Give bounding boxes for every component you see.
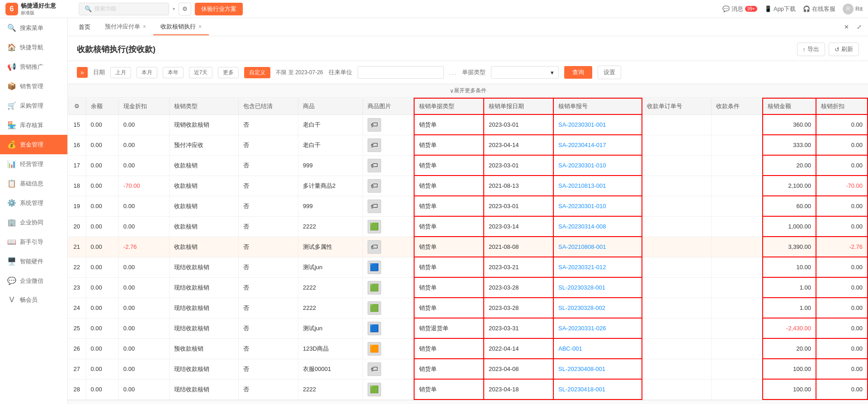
sidebar-item-label: 营销推广 [20, 63, 43, 71]
cell-receipt-condition [711, 114, 762, 135]
verify-bill-no-link[interactable]: SA-20230314-008 [558, 223, 606, 230]
verify-bill-no-link[interactable]: SA-20230321-012 [558, 264, 606, 271]
tab-home[interactable]: 首页 [71, 19, 98, 35]
col-balance: 余额 [86, 98, 118, 114]
filter-expand-btn[interactable]: » [77, 67, 88, 78]
settings-icon-btn[interactable]: ⚙ [179, 3, 191, 15]
message-btn[interactable]: 💬 消息 99+ [722, 5, 757, 13]
sidebar-item-shortcut[interactable]: 🏠 快捷导航 [0, 38, 67, 57]
cell-include-settled: 否 [238, 359, 298, 379]
tab-close-all-btn[interactable]: ✕ [841, 22, 852, 33]
cell-receipt-condition [711, 216, 762, 237]
cell-verify-bill-date: 2023-03-14 [484, 216, 553, 237]
verify-bill-no-link[interactable]: SA-20230331-026 [558, 325, 606, 332]
col-receipt-condition: 收款条件 [711, 98, 762, 114]
cell-include-settled: 否 [238, 196, 298, 216]
table-settings-btn[interactable]: 设置 [598, 66, 621, 79]
search-box[interactable]: 🔍 搜索功能 [79, 3, 169, 15]
sidebar-item-member[interactable]: V 畅会员 [0, 290, 67, 309]
sidebar-item-marketing[interactable]: 📢 营销推广 [0, 57, 67, 76]
app-download-btn[interactable]: 📱 App下载 [764, 5, 796, 13]
tab-prepay-label: 预付冲应付单 [105, 23, 140, 31]
sidebar-item-label: 采购管理 [20, 102, 43, 110]
verify-bill-no-link[interactable]: SA-20230301-010 [558, 162, 606, 169]
verify-bill-no-link[interactable]: SA-20230301-010 [558, 203, 606, 209]
verify-bill-no-link[interactable]: SL-20230328-002 [558, 304, 605, 311]
verify-bill-no-link[interactable]: SA-20230301-001 [558, 121, 606, 128]
sidebar-item-operation[interactable]: 📊 经营管理 [0, 154, 67, 174]
cell-cash-discount: 0.00 [118, 216, 169, 237]
sidebar-item-purchase[interactable]: 🛒 采购管理 [0, 96, 67, 115]
sidebar-item-label: 搜索菜单 [20, 24, 43, 32]
online-service-btn[interactable]: 🎧 在线客服 [803, 5, 835, 13]
cell-receipt-order-no [642, 176, 711, 196]
expand-more-bar[interactable]: ∨ 展开更多条件 [68, 84, 868, 98]
this-month-btn[interactable]: 本月 [137, 67, 157, 78]
message-label: 消息 [731, 5, 743, 13]
tab-prepay[interactable]: 预付冲应付单 × [98, 19, 153, 35]
this-year-btn[interactable]: 本年 [163, 67, 184, 78]
industry-btn[interactable]: 休验行业方案 [195, 3, 243, 15]
table-row: 150.000.00现销收款核销否老白干🏷销货单2023-03-01SA-202… [68, 114, 868, 135]
sidebar-item-hardware[interactable]: 🖥️ 智能硬件 [0, 252, 67, 271]
table-row: 180.00-70.00收款核销否多计量商品2🏷销货单2021-08-13SA-… [68, 176, 868, 196]
sidebar-item-finance[interactable]: 💰 资金管理 [0, 135, 67, 154]
custom-btn[interactable]: 自定义 [244, 67, 270, 78]
bill-type-label: 单据类型 [462, 68, 486, 76]
cell-verify-type: 预收款核销 [170, 338, 238, 359]
cell-receipt-condition [711, 257, 762, 277]
verify-bill-no-link[interactable]: SA-20230414-017 [558, 142, 606, 148]
verify-bill-no-link[interactable]: SL-20230408-001 [558, 366, 605, 372]
query-btn[interactable]: 查询 [564, 66, 592, 79]
from-unit-input[interactable] [358, 66, 444, 79]
cell-verify-bill-no: SA-20230414-017 [553, 135, 642, 155]
sidebar-item-wechat[interactable]: 💬 企业微信 [0, 271, 67, 290]
cell-verify-bill-no: SA-20210813-001 [553, 176, 642, 196]
sidebar-item-system[interactable]: ⚙️ 系统管理 [0, 193, 67, 213]
cell-verify-type: 现结收款核销 [170, 298, 238, 318]
dropdown-arrow-icon[interactable]: ▾ [173, 6, 175, 11]
verify-bill-no-link[interactable]: SA-20210808-001 [558, 243, 606, 250]
sidebar-item-search[interactable]: 🔍 搜索菜单 [0, 18, 67, 38]
last7-btn[interactable]: 近7天 [189, 67, 213, 78]
more-btn[interactable]: 更多 [218, 67, 239, 78]
cell-verify-bill-type: 销货单 [414, 176, 484, 196]
sidebar-item-guide[interactable]: 📖 新手引导 [0, 232, 67, 252]
cell-verify-amount: 1.00 [763, 298, 816, 318]
cell-verify-bill-date: 2022-04-14 [484, 338, 553, 359]
cell-verify-bill-type: 销货单 [414, 379, 484, 399]
table-row: 250.000.00现结收款核销否测试jun🟦销货退货单2023-03-31SA… [68, 318, 868, 338]
sidebar-item-basic[interactable]: 📋 基础信息 [0, 174, 67, 193]
cell-verify-amount: 3,390.00 [763, 237, 816, 257]
cell-verify-bill-type: 销货单 [414, 257, 484, 277]
cell-verify-bill-date: 2023-03-28 [484, 298, 553, 318]
sidebar-item-corp[interactable]: 🏢 企业协同 [0, 213, 67, 232]
tab-verify[interactable]: 收款核销执行 × [153, 19, 209, 35]
user-menu[interactable]: R Rit [843, 4, 863, 14]
tab-expand-btn[interactable]: ⤢ [854, 22, 864, 33]
last-month-btn[interactable]: 上月 [110, 67, 131, 78]
cell-verify-bill-no: SA-20230331-026 [553, 318, 642, 338]
verify-bill-no-link[interactable]: SA-20210813-001 [558, 182, 606, 189]
sidebar-item-label: 智能硬件 [20, 257, 43, 266]
purchase-icon: 🛒 [7, 101, 16, 110]
sidebar-item-inventory[interactable]: 🏪 库存核算 [0, 115, 67, 135]
col-gear[interactable]: ⚙ [68, 98, 86, 114]
row-number: 18 [68, 176, 86, 196]
verify-bill-no-link[interactable]: SL-20230328-001 [558, 284, 605, 291]
cell-cash-discount: 0.00 [118, 114, 169, 135]
verify-bill-no-link[interactable]: SL-20230418-001 [558, 386, 605, 393]
refresh-btn[interactable]: ↺ 刷新 [829, 43, 859, 56]
tab-verify-close[interactable]: × [198, 24, 202, 30]
tab-prepay-close[interactable]: × [143, 24, 146, 30]
cell-verify-bill-type: 销货单 [414, 216, 484, 237]
sidebar-item-sales[interactable]: 📦 销售管理 [0, 76, 67, 96]
cell-receipt-condition [711, 298, 762, 318]
cell-balance: 0.00 [86, 216, 118, 237]
bill-type-select[interactable]: ▾ [491, 66, 559, 79]
table-row: 220.000.00现结收款核销否测试jun🟦销货单2023-03-21SA-2… [68, 257, 868, 277]
row-number: 21 [68, 237, 86, 257]
verify-bill-no-link[interactable]: ABC-001 [558, 345, 582, 352]
cell-verify-bill-date: 2023-03-01 [484, 155, 553, 176]
export-btn[interactable]: ↑ 导出 [797, 43, 826, 56]
